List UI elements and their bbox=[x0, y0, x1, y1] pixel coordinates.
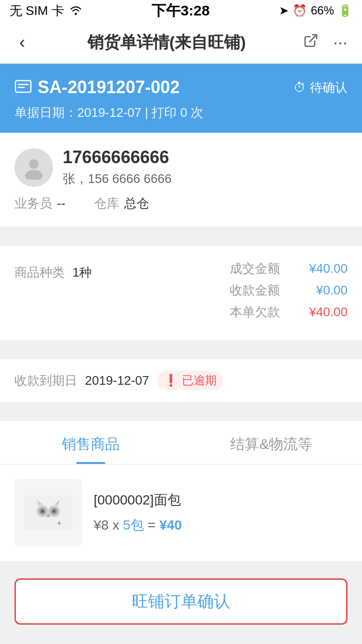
customer-name: 张，156 6666 6666 bbox=[63, 170, 172, 187]
product-types-label: 商品种类 bbox=[14, 264, 65, 281]
overdue-icon: ❗ bbox=[164, 374, 178, 387]
received-label: 收款金额 bbox=[230, 282, 280, 299]
salesperson-label: 业务员 bbox=[14, 195, 52, 212]
status-left: 无 SIM 卡 bbox=[10, 2, 83, 19]
customer-section: 17666666666 张，156 6666 6666 业务员 -- 仓库 总仓 bbox=[0, 133, 362, 226]
status-right: ➤ ⏰ 66% 🔋 bbox=[279, 4, 352, 17]
confirm-order-button[interactable]: 旺铺订单确认 bbox=[14, 578, 348, 625]
due-label: 收款到期日 bbox=[14, 372, 77, 389]
svg-point-10 bbox=[53, 510, 56, 513]
avatar bbox=[14, 148, 53, 187]
status-time: 下午3:28 bbox=[152, 1, 209, 21]
balance-label: 本单欠款 bbox=[230, 304, 280, 321]
bottom-button-area: 旺铺订单确认 bbox=[0, 569, 362, 644]
svg-rect-1 bbox=[15, 81, 31, 92]
order-status-badge: ⏱ 待确认 bbox=[293, 79, 348, 96]
warehouse-value: 总仓 bbox=[124, 195, 149, 212]
order-header-card: SA-20191207-002 ⏱ 待确认 单据日期：2019-12-07 | … bbox=[0, 64, 362, 133]
product-price: ¥8 x 5包 = ¥40 bbox=[94, 516, 348, 534]
customer-details-row: 业务员 -- 仓库 总仓 bbox=[14, 195, 348, 212]
amounts-right: 成交金额 ¥40.00 收款金额 ¥0.00 本单欠款 ¥40.00 bbox=[230, 260, 348, 325]
transaction-row: 成交金额 ¥40.00 bbox=[230, 260, 348, 277]
overdue-text: 已逾期 bbox=[182, 373, 217, 388]
wifi-icon bbox=[69, 3, 83, 18]
product-unit-price: ¥8 bbox=[94, 518, 109, 532]
product-name: [0000002]面包 bbox=[94, 491, 348, 509]
back-button[interactable]: ‹ bbox=[14, 28, 30, 57]
due-date-section: 收款到期日 2019-12-07 ❗ 已逾期 bbox=[0, 359, 362, 402]
due-date-value: 2019-12-07 bbox=[85, 373, 149, 388]
svg-point-2 bbox=[29, 159, 39, 169]
tabs-header: 销售商品 结算&物流等 bbox=[0, 421, 362, 464]
carrier-text: 无 SIM 卡 bbox=[10, 2, 64, 19]
share-icon[interactable] bbox=[303, 32, 319, 53]
header-top-row: SA-20191207-002 ⏱ 待确认 bbox=[14, 77, 348, 98]
alarm-icon: ⏰ bbox=[292, 4, 307, 17]
order-id: SA-20191207-002 bbox=[14, 77, 180, 98]
tabs-section: 销售商品 结算&物流等 + bbox=[0, 421, 362, 561]
amounts-section: 商品种类 1种 成交金额 ¥40.00 收款金额 ¥0.00 本单欠款 ¥40.… bbox=[0, 246, 362, 340]
product-types-value: 1种 bbox=[72, 264, 92, 281]
svg-point-3 bbox=[25, 170, 42, 180]
product-types: 商品种类 1种 bbox=[14, 260, 92, 281]
received-value: ¥0.00 bbox=[290, 283, 348, 298]
transaction-value: ¥40.00 bbox=[290, 261, 348, 276]
more-icon[interactable]: ··· bbox=[333, 32, 348, 53]
nav-bar: ‹ 销货单详情(来自旺铺) ··· bbox=[0, 21, 362, 64]
product-info: [0000002]面包 ¥8 x 5包 = ¥40 bbox=[94, 491, 348, 534]
multiply-sign: x bbox=[112, 518, 123, 532]
customer-row: 17666666666 张，156 6666 6666 bbox=[14, 147, 348, 187]
balance-value: ¥40.00 bbox=[290, 305, 348, 320]
equals-sign: = bbox=[148, 518, 159, 532]
divider-3 bbox=[0, 402, 362, 411]
customer-info: 17666666666 张，156 6666 6666 bbox=[63, 147, 172, 187]
clock-icon: ⏱ bbox=[293, 80, 306, 95]
warehouse-item: 仓库 总仓 bbox=[94, 195, 149, 212]
divider-1 bbox=[0, 226, 362, 236]
divider-2 bbox=[0, 340, 362, 350]
nav-right-icons: ··· bbox=[303, 32, 348, 53]
tab-settlement[interactable]: 结算&物流等 bbox=[181, 421, 362, 464]
svg-text:+: + bbox=[57, 519, 61, 527]
tab-sales-goods[interactable]: 销售商品 bbox=[0, 421, 181, 464]
received-row: 收款金额 ¥0.00 bbox=[230, 282, 348, 299]
product-qty: 5包 bbox=[123, 518, 144, 532]
salesperson-value: -- bbox=[57, 196, 65, 211]
battery-text: 66% bbox=[311, 4, 334, 17]
customer-phone: 17666666666 bbox=[63, 147, 172, 168]
order-date: 单据日期：2019-12-07 | 打印 0 次 bbox=[14, 104, 348, 121]
svg-point-9 bbox=[41, 510, 44, 513]
salesperson-item: 业务员 -- bbox=[14, 195, 65, 212]
product-item: + [0000002]面包 ¥8 x 5包 = ¥40 bbox=[0, 464, 362, 561]
warehouse-label: 仓库 bbox=[94, 195, 119, 212]
page-title: 销货单详情(来自旺铺) bbox=[87, 31, 246, 54]
location-icon: ➤ bbox=[279, 4, 289, 17]
svg-rect-4 bbox=[24, 496, 72, 530]
overdue-badge: ❗ 已逾期 bbox=[157, 371, 223, 390]
transaction-label: 成交金额 bbox=[230, 260, 280, 277]
svg-line-0 bbox=[309, 35, 317, 42]
product-thumbnail: + bbox=[14, 479, 82, 546]
product-total: ¥40 bbox=[159, 518, 182, 532]
order-icon bbox=[14, 77, 32, 98]
status-bar: 无 SIM 卡 下午3:28 ➤ ⏰ 66% 🔋 bbox=[0, 0, 362, 21]
balance-row: 本单欠款 ¥40.00 bbox=[230, 304, 348, 321]
battery-icon: 🔋 bbox=[338, 4, 352, 17]
